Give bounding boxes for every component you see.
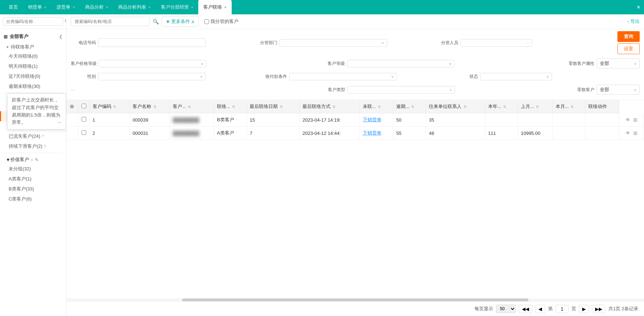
dept-select[interactable]: ∨ <box>279 39 387 47</box>
sidebar-collapse-btn[interactable]: ❮ <box>59 34 62 39</box>
price-level-field: 客户价格等级 ∨ <box>71 60 315 67</box>
declining-info-icon[interactable]: ? <box>44 144 46 148</box>
row1-uncontact-cell: 50 <box>393 113 426 127</box>
col-overdue[interactable]: 逾期... ⇅ <box>393 100 426 113</box>
column-settings-icon[interactable]: ⚙ <box>70 104 74 109</box>
nav-customer-contact-close[interactable]: × <box>224 5 226 9</box>
sidebar-item-7day-pending[interactable]: 近7天待联络(0) <box>0 71 66 81</box>
settings-button[interactable]: 设置 <box>617 43 640 54</box>
sidebar-item-churned[interactable]: 已流失客户(24) ? <box>0 131 66 141</box>
sidebar-item-today-pending[interactable]: 今天待联络(0) <box>0 51 66 61</box>
first-page-button[interactable]: ◀◀ <box>519 305 532 313</box>
top-filter-bar: 🔍 ▼ 更多条件 ∧ 我分管的客户 ↑ 导出 <box>66 14 644 29</box>
sidebar-search-icon[interactable]: 🔍 <box>65 19 66 24</box>
col-this-year[interactable]: 本年... ⇅ <box>485 100 518 113</box>
phone-label: 电话号码 <box>71 40 96 46</box>
status-select[interactable]: ∨ <box>480 73 552 80</box>
prev-page-button[interactable]: ◀ <box>535 305 545 313</box>
nav-home[interactable]: 首页 <box>4 0 23 14</box>
next-page-button[interactable]: ▶ <box>579 305 589 313</box>
row2-edit-icon[interactable]: ⊞ <box>633 130 638 136</box>
churned-info-icon[interactable]: ? <box>42 134 44 138</box>
gender-select[interactable]: ∨ <box>98 73 206 80</box>
row2-overdue-cell: 48 <box>426 127 485 140</box>
nav-customer-contact[interactable]: 客户联络 × <box>198 0 231 14</box>
value-group-label[interactable]: ▼ 价值客户 ○ ✎ <box>0 155 66 164</box>
scrollbar-thumb[interactable] <box>182 298 529 301</box>
nav-customer-tier[interactable]: 客户分层经营 × <box>156 0 198 14</box>
sort-icon-last-month: ⇅ <box>536 105 539 109</box>
sidebar-all-customers[interactable]: ⊞ 全部客户 ❮ <box>0 31 66 42</box>
sidebar-item-class-c[interactable]: C类客户(6) <box>0 194 66 204</box>
retail-attr-label: 零散客户属性 <box>569 61 594 67</box>
nav-purchase-close[interactable]: × <box>73 5 75 9</box>
main-search-input[interactable] <box>71 17 150 26</box>
col-customer-name[interactable]: 客户名称 ⇅ <box>130 100 170 113</box>
my-customers-checkbox-label: 我分管的客户 <box>204 18 238 25</box>
sidebar-search-input[interactable] <box>3 17 63 26</box>
sidebar-item-overdue-pending[interactable]: 逾期未联络(30) <box>0 81 66 91</box>
payment-select[interactable]: ∨ <box>289 73 397 80</box>
customer-type-select[interactable]: ∨ <box>347 86 455 94</box>
retail-attr-select[interactable]: 全部 ∨ <box>597 58 640 69</box>
row2-last-date-cell: 2023-04-12 14:44: <box>300 127 360 140</box>
col-customer-type[interactable]: 客户... ⇅ <box>170 100 214 113</box>
more-conditions-button[interactable]: ▼ 更多条件 ∧ <box>162 16 199 27</box>
nav-goods-analysis-list-close[interactable]: × <box>148 5 150 9</box>
select-all-checkbox[interactable] <box>82 104 86 108</box>
col-unit-contact[interactable]: 往来单位联系人 ⇅ <box>426 100 485 113</box>
page-input[interactable] <box>556 305 569 313</box>
sidebar-item-declining[interactable]: 持续下滑客户(2) ? <box>0 141 66 151</box>
sidebar-item-unclassified[interactable]: 未分组(32) <box>0 164 66 174</box>
sidebar-item-tomorrow-pending[interactable]: 明天待联络(1) <box>0 61 66 71</box>
customer-level-arrow: ∨ <box>449 62 451 66</box>
nav-customer-tier-close[interactable]: × <box>191 5 193 9</box>
col-customer-code[interactable]: 客户编码 ⇅ <box>89 100 130 113</box>
col-last-month[interactable]: 上月... ⇅ <box>518 100 553 113</box>
nav-goods-analysis[interactable]: 商品分析 × <box>80 0 113 14</box>
row2-last-month-cell <box>552 127 585 140</box>
value-group-settings-icon[interactable]: ✎ <box>35 157 39 162</box>
col-last-contact-method[interactable]: 最后联络方式 ⇅ <box>300 100 360 113</box>
horizontal-scrollbar[interactable] <box>66 298 644 301</box>
nav-sales[interactable]: 销货单 × <box>23 0 51 14</box>
customer-type-arrow: ∨ <box>449 88 452 92</box>
customer-type-label: 客户类型 <box>320 87 345 93</box>
tooltip-more-icon[interactable]: ··· <box>57 119 61 126</box>
row2-view-icon[interactable]: 👁 <box>625 130 630 136</box>
pending-group-label[interactable]: ▼ 待联络客户 <box>0 42 66 51</box>
col-this-month[interactable]: 本月... ⇅ <box>552 100 585 113</box>
row1-checkbox[interactable] <box>82 117 86 122</box>
value-group-edit-icon[interactable]: ○ <box>31 157 33 162</box>
query-button[interactable]: 查询 <box>617 31 640 42</box>
row2-checkbox[interactable] <box>82 130 86 135</box>
per-page-select[interactable]: 50 20 100 <box>496 305 516 313</box>
sidebar-item-class-a[interactable]: A类客户(1) <box>0 174 66 184</box>
dept-label: 分管部门 <box>252 40 277 46</box>
row2-actions-cell: 👁 ⊞ <box>619 127 644 140</box>
row1-view-icon[interactable]: 👁 <box>625 117 630 123</box>
sidebar-item-class-b[interactable]: B类客户(33) <box>0 184 66 194</box>
price-level-select[interactable]: ∨ <box>99 60 207 67</box>
sort-icon-this-year: ⇅ <box>503 105 506 109</box>
nav-purchase[interactable]: 进货单 × <box>51 0 80 14</box>
more-fields-dots[interactable]: ··· <box>71 87 75 93</box>
main-search-icon[interactable]: 🔍 <box>153 19 159 24</box>
row1-edit-icon[interactable]: ⊞ <box>633 117 638 123</box>
manager-select[interactable]: ··· <box>460 39 532 47</box>
gender-arrow: ∨ <box>200 75 203 79</box>
nav-goods-analysis-list[interactable]: 商品分析列表 × <box>113 0 156 14</box>
nav-sales-close[interactable]: × <box>44 5 46 9</box>
col-contact-count[interactable]: 联络... ⇅ <box>214 100 247 113</box>
nav-goods-analysis-close[interactable]: × <box>106 5 108 9</box>
row1-num-cell: 1 <box>89 113 130 127</box>
window-close-button[interactable]: × <box>636 4 640 11</box>
phone-input[interactable] <box>98 38 206 47</box>
customer-level-select[interactable]: ∨ <box>347 60 455 67</box>
col-last-contact-date[interactable]: 最后联络日期 ⇅ <box>247 100 300 113</box>
my-customers-checkbox[interactable] <box>204 19 209 24</box>
col-un-contact[interactable]: 未联... ⇅ <box>360 100 393 113</box>
retail-customer-select[interactable]: 全部 ∨ <box>597 85 640 95</box>
last-page-button[interactable]: ▶▶ <box>592 305 606 313</box>
export-button[interactable]: ↑ 导出 <box>627 18 640 25</box>
